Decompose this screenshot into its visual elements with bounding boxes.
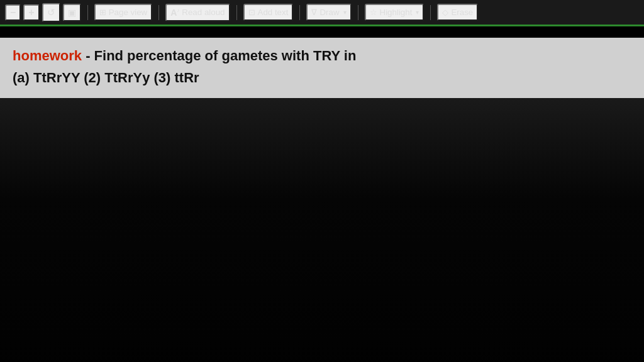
homework-word: homework [13, 48, 82, 63]
divider-3 [236, 5, 237, 20]
page-view-label: Page view [109, 8, 148, 17]
content-line1: homework - Find percentage of gametes wi… [13, 47, 631, 66]
toolbar: − + ↺ ▣ ⊞ Page view A♪ Read aloud ⊡ Add … [0, 0, 644, 26]
highlight-button[interactable]: ☆ Highlight ▾ [365, 4, 425, 21]
erase-button[interactable]: ◇ Erase [437, 4, 478, 21]
dark-area [0, 98, 644, 362]
divider-6 [430, 5, 431, 20]
add-text-icon: ⊡ [248, 8, 255, 17]
content-line2: (a) TtRrYY (2) TtRrYy (3) ttRr [13, 69, 631, 88]
highlight-chevron-icon: ▾ [416, 9, 419, 16]
divider-2 [158, 5, 159, 20]
draw-chevron-icon: ▾ [343, 9, 347, 16]
page-view-icon: ⊞ [99, 8, 106, 17]
undo-icon: ↺ [47, 7, 55, 18]
divider-5 [358, 5, 358, 20]
draw-button[interactable]: ∇ Draw ▾ [306, 4, 351, 21]
divider-1 [87, 5, 88, 20]
content-area: homework - Find percentage of gametes wi… [0, 26, 644, 362]
add-text-button[interactable]: ⊡ Add text [243, 4, 294, 21]
zoom-out-button[interactable]: − [5, 4, 21, 21]
draw-icon: ∇ [311, 8, 317, 17]
main-text: - Find percentage of gametes with TRY in [82, 48, 356, 63]
highlight-icon: ☆ [370, 8, 377, 17]
draw-label: Draw [319, 8, 339, 17]
read-aloud-label: Read aloud [182, 8, 225, 17]
read-aloud-icon: A♪ [170, 8, 179, 18]
page-view-button[interactable]: ⊞ Page view [94, 4, 153, 21]
add-text-label: Add text [258, 8, 289, 17]
undo-button[interactable]: ↺ [42, 3, 60, 22]
highlight-label: Highlight [380, 8, 413, 17]
content-strip: homework - Find percentage of gametes wi… [0, 38, 644, 98]
divider-4 [299, 5, 300, 20]
erase-label: Erase [451, 8, 473, 17]
read-aloud-button[interactable]: A♪ Read aloud [165, 4, 230, 21]
erase-icon: ◇ [442, 8, 448, 17]
fit-icon: ▣ [68, 8, 76, 18]
zoom-in-button[interactable]: + [23, 4, 39, 21]
fit-page-button[interactable]: ▣ [63, 4, 81, 21]
